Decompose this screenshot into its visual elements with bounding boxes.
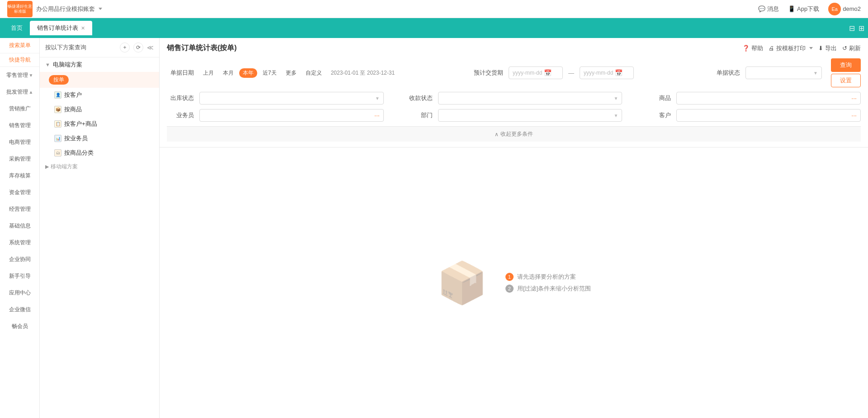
- date-range-text: 2023-01-01 至 2023-12-31: [331, 69, 395, 77]
- sidebar-item-finance[interactable]: 资金管理: [0, 184, 39, 201]
- company-dropdown-icon: [99, 8, 102, 10]
- tree-item-pc-solutions[interactable]: ▼ 电脑端方案: [40, 57, 159, 72]
- sidebar-item-sales[interactable]: 销售管理: [0, 117, 39, 134]
- print-dropdown-icon: [809, 47, 813, 49]
- main-layout: 搜索菜单 快捷导航 零售管理 ▼ 批发管理 ▲ 营销推广 销售管理 电商管理 采…: [0, 38, 868, 418]
- sidebar-item-enterprise-wechat[interactable]: 企业微信: [0, 301, 39, 318]
- tree-item-by-order[interactable]: 按单: [40, 72, 159, 88]
- collapse-panel-button[interactable]: ≪: [147, 44, 154, 51]
- predicted-date-start[interactable]: yyyy-mm-dd 📅: [509, 66, 563, 79]
- add-scheme-button[interactable]: +: [120, 43, 130, 52]
- refresh-scheme-button[interactable]: ⟳: [133, 43, 143, 52]
- tab-home[interactable]: 首页: [4, 21, 30, 35]
- retail-arrow-icon: ▼: [29, 73, 33, 78]
- product-select[interactable]: ···: [676, 92, 861, 104]
- content-area: 按以下方案查询 + ⟳ ≪ ▼ 电脑端方案 按单 👤 按客户 📦: [40, 38, 868, 418]
- predicted-date-end[interactable]: yyyy-mm-dd 📅: [580, 66, 634, 79]
- empty-hint-2: 2 用[过滤]条件来缩小分析范围: [505, 285, 591, 293]
- sidebar-item-purchase[interactable]: 采购管理: [0, 151, 39, 167]
- sidebar-item-member[interactable]: 畅会员: [0, 318, 39, 335]
- query-button[interactable]: 查询: [831, 58, 861, 72]
- shortcut-more[interactable]: 更多: [282, 68, 300, 78]
- salesperson-select[interactable]: ···: [199, 109, 384, 122]
- left-panel-actions: + ⟳ ≪: [120, 43, 154, 52]
- export-button[interactable]: ⬇ 导出: [818, 44, 837, 52]
- print-button[interactable]: 🖨 按模板打印: [769, 44, 813, 52]
- logo: 畅捷通好生意 标准版: [7, 1, 33, 17]
- tree-item-by-product[interactable]: 📦 按商品: [40, 102, 159, 117]
- tree-expand-icon: ▼: [45, 62, 50, 67]
- customer-select[interactable]: ···: [676, 109, 861, 122]
- sidebar-item-marketing[interactable]: 营销推广: [0, 100, 39, 117]
- sidebar-item-retail[interactable]: 零售管理 ▼: [0, 67, 39, 84]
- shortcut-custom[interactable]: 自定义: [302, 68, 326, 78]
- sidebar-item-operation[interactable]: 经营管理: [0, 201, 39, 218]
- settings-button[interactable]: 设置: [831, 74, 861, 87]
- customer-icon: 👤: [54, 91, 61, 99]
- salesperson-more-icon[interactable]: ···: [374, 112, 380, 119]
- sidebar-item-ecommerce[interactable]: 电商管理: [0, 134, 39, 151]
- empty-illustration: 📦: [437, 259, 487, 307]
- tree-item-by-category[interactable]: 🗂 按商品分类: [40, 146, 159, 160]
- collapse-filters-button[interactable]: ∧ 收起更多条件: [167, 126, 861, 142]
- department-select[interactable]: ▼: [438, 109, 623, 122]
- department-arrow-icon: ▼: [613, 113, 618, 118]
- payment-status-select[interactable]: ▼: [438, 92, 623, 104]
- left-panel-title: 按以下方案查询: [45, 43, 86, 52]
- tree-item-by-salesperson[interactable]: 📊 按业务员: [40, 131, 159, 146]
- top-bar-right: 💬 消息 📱 App下载 Ea demo2: [758, 3, 861, 15]
- order-status-label: 单据状态: [713, 69, 740, 77]
- shortcut-7days[interactable]: 近7天: [259, 68, 280, 78]
- shortcut-last-month[interactable]: 上月: [199, 68, 217, 78]
- company-selector[interactable]: 办公用品行业模拟账套: [36, 5, 102, 13]
- sidebar-item-enterprise[interactable]: 企业协同: [0, 251, 39, 268]
- right-panel: 销售订单统计表(按单) ❓ 帮助 🖨 按模板打印 ⬇: [160, 38, 868, 418]
- left-panel-header: 按以下方案查询 + ⟳ ≪: [40, 38, 159, 57]
- salesperson-icon: 📊: [54, 135, 61, 142]
- tree-item-by-customer[interactable]: 👤 按客户: [40, 88, 159, 102]
- empty-state: 📦 1 请先选择要分析的方案 2 用[过滤]条件来缩小分析范围: [160, 147, 868, 418]
- tab-close-icon[interactable]: ✕: [81, 25, 85, 31]
- mobile-section-divider: ▶ 移动端方案: [40, 160, 159, 173]
- predicted-date-label: 预计交货期: [474, 69, 503, 77]
- sidebar-item-beginner[interactable]: 新手引导: [0, 268, 39, 285]
- filter-area: 销售订单统计表(按单) ❓ 帮助 🖨 按模板打印 ⬇: [160, 38, 868, 147]
- mobile-expand-icon: ▶: [45, 164, 49, 170]
- shortcut-this-month[interactable]: 本月: [219, 68, 237, 78]
- logo-text: 畅捷通好生意 标准版: [8, 4, 32, 14]
- product-more-icon[interactable]: ···: [851, 95, 857, 102]
- page-title: 销售订单统计表(按单): [167, 43, 237, 53]
- order-status-select[interactable]: ▼: [745, 66, 822, 79]
- shortcut-this-year[interactable]: 本年: [239, 68, 257, 78]
- app-download-button[interactable]: 📱 App下载: [788, 5, 819, 13]
- sidebar-item-app-center[interactable]: 应用中心: [0, 285, 39, 301]
- app-icon: 📱: [788, 5, 795, 12]
- calendar-start-icon: 📅: [544, 69, 552, 76]
- sidebar-item-system[interactable]: 系统管理: [0, 234, 39, 251]
- date-shortcuts: 上月 本月 本年 近7天 更多 自定义: [199, 68, 326, 78]
- hint-number-2: 2: [505, 285, 514, 293]
- sidebar-item-quick-nav[interactable]: 快捷导航: [0, 53, 39, 67]
- sidebar-item-basic[interactable]: 基础信息: [0, 218, 39, 234]
- sidebar-item-inventory[interactable]: 库存核算: [0, 167, 39, 184]
- message-button[interactable]: 💬 消息: [758, 5, 779, 13]
- delivery-status-select[interactable]: ▼: [199, 92, 384, 104]
- tree-item-by-customer-product[interactable]: 📋 按客户+商品: [40, 117, 159, 131]
- order-status-arrow-icon: ▼: [813, 71, 818, 76]
- refresh-button[interactable]: ↺ 刷新: [842, 44, 861, 52]
- user-profile[interactable]: Ea demo2: [828, 3, 861, 15]
- customer-more-icon[interactable]: ···: [851, 112, 857, 119]
- sidebar-search-label[interactable]: 搜索菜单: [4, 42, 36, 49]
- export-icon: ⬇: [818, 45, 823, 52]
- sidebar-item-wholesale[interactable]: 批发管理 ▲: [0, 84, 39, 100]
- tab-minimize-button[interactable]: ⊟: [849, 24, 855, 33]
- help-button[interactable]: ❓ 帮助: [742, 44, 763, 52]
- wholesale-arrow-icon: ▲: [29, 90, 33, 95]
- tab-sales-stats[interactable]: 销售订单统计表 ✕: [30, 21, 92, 35]
- message-icon: 💬: [758, 5, 765, 12]
- tab-maximize-button[interactable]: ⊞: [859, 24, 864, 33]
- filter-row-1: 单据日期 上月 本月 本年 近7天 更多 自定义 2023-01-01 至 20…: [167, 58, 861, 87]
- product-icon: 📦: [54, 106, 61, 113]
- salesperson-label: 业务员: [167, 111, 194, 119]
- refresh-icon: ↺: [842, 45, 847, 52]
